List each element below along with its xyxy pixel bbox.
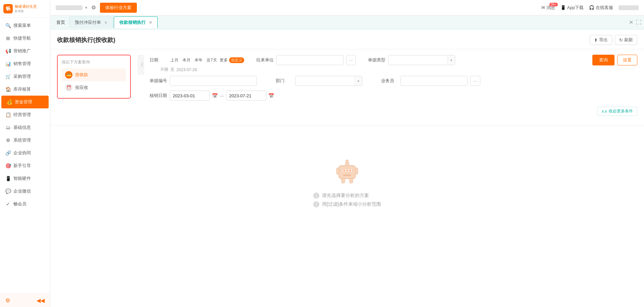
logo-text: 畅捷通好生意 [15, 4, 37, 9]
sidebar-item-purchase[interactable]: 🛒 采购管理 [0, 70, 50, 83]
collapse-sidebar-icon[interactable]: ◀◀ [37, 297, 45, 304]
page-title: 收款核销执行(按收款) [57, 36, 115, 44]
sidebar-item-quicknav[interactable]: ⊞ 快捷导航 [0, 32, 50, 45]
app-download-button[interactable]: 📱 App下载 [560, 5, 584, 11]
sidebar-item-member[interactable]: ✓ 畅会员 [0, 198, 50, 210]
filter-option-by-receivable[interactable]: ⏰ 按应收 [62, 81, 126, 94]
refresh-button[interactable]: ↻ 刷新 [615, 35, 637, 45]
sidebar-item-search[interactable]: 🔍 搜索菜单 [0, 19, 50, 32]
filter-option-by-receipt[interactable]: 💳 按收款 [62, 68, 126, 81]
dept-arrow-icon[interactable]: ▾ [355, 76, 362, 86]
solution-button[interactable]: 体验行业方案 [100, 3, 137, 13]
export-button[interactable]: ⬆ 导出 [590, 35, 612, 45]
filter-area: 按以下方案查询 💳 按收款 ⏰ 按应收 《 [50, 49, 644, 124]
date-no-limit-row: 不限 至 2023-07-26 [160, 67, 637, 72]
page-header: 收款核销执行(按收款) ⬆ 导出 ↻ 刷新 [50, 30, 644, 49]
sidebar-item-sales[interactable]: 📊 销售管理 [0, 57, 50, 70]
doctype-arrow-icon[interactable]: ▾ [447, 55, 455, 65]
filter-option-by-receipt-label: 按收款 [75, 72, 88, 78]
tab-prepay-close-icon[interactable]: ✕ [104, 20, 107, 25]
filter-collapse-button[interactable]: 《 [138, 55, 144, 75]
tab-prepay[interactable]: 预付冲应付单 ✕ [69, 16, 113, 28]
date-btn-lastmonth[interactable]: 上月 [169, 57, 180, 64]
tab-home[interactable]: 首页 [53, 17, 68, 28]
empty-hint-2: 2 用[过滤]条件来缩小分析范围 [313, 201, 381, 207]
sidebar-item-label: 企业微信 [13, 188, 31, 194]
sidebar-item-label: 智能硬件 [13, 175, 31, 182]
doctype-label: 单据类型 [368, 57, 385, 63]
docno-label: 单据编号 [150, 78, 167, 84]
sidebar-item-management[interactable]: 📋 经营管理 [0, 108, 50, 121]
filter-scheme-box: 按以下方案查询 💳 按收款 ⏰ 按应收 [57, 55, 131, 99]
empty-illustration [330, 154, 364, 187]
partner-ellipsis-button[interactable]: ··· [346, 55, 356, 65]
svg-point-3 [343, 169, 345, 171]
query-button[interactable]: 查询 [592, 55, 614, 65]
date-custom-badge[interactable]: 自定义 [229, 57, 244, 63]
sidebar-item-marketing[interactable]: 📢 营销推广 [0, 45, 50, 57]
doctype-input[interactable] [388, 56, 447, 64]
partner-field: 往来单位 ··· [256, 55, 356, 65]
partner-input[interactable] [276, 55, 343, 65]
date-value-label: 2023-07-26 [176, 67, 197, 72]
verify-date-end-calendar-icon[interactable]: 📅 [268, 93, 274, 98]
tab-receipts-label: 收款核销执行 [119, 19, 146, 25]
collab-icon: 🔗 [5, 150, 11, 156]
dept-select[interactable]: ▾ [295, 76, 362, 86]
date-btn-more[interactable]: 更多 [220, 57, 228, 63]
user-avatar[interactable] [619, 5, 639, 10]
sidebar-item-basic[interactable]: 🗂 基础信息 [0, 121, 50, 134]
staff-label: 业务员 [381, 78, 398, 84]
date-btn-thismonth[interactable]: 本月 [181, 57, 192, 64]
collapse-conditions-row: ∧∧ 收起更多条件 [150, 105, 637, 118]
docno-input[interactable] [170, 76, 257, 86]
sidebar-item-label: 经营管理 [13, 112, 31, 118]
svg-rect-0 [339, 165, 356, 179]
date-btn-7days[interactable]: 近7天 [205, 57, 218, 64]
date-field: 日期 上月 本月 本年 近7天 更多 自定义 [150, 57, 244, 64]
filter-box-title: 按以下方案查询 [62, 59, 126, 65]
docno-field: 单据编号 [150, 76, 257, 86]
hint-num-1: 1 [313, 193, 319, 199]
staff-input[interactable] [400, 76, 468, 86]
verify-date-start-calendar-icon[interactable]: 📅 [212, 93, 218, 98]
dept-input[interactable] [296, 77, 355, 85]
doctype-select[interactable]: ▾ [388, 55, 455, 65]
sidebar-item-collab[interactable]: 🔗 企业协同 [0, 147, 50, 159]
verify-date-end-input[interactable] [226, 91, 266, 101]
page-content: 收款核销执行(按收款) ⬆ 导出 ↻ 刷新 按以下方案查询 💳 [50, 30, 644, 307]
sidebar-nav: 🔍 搜索菜单 ⊞ 快捷导航 📢 营销推广 📊 销售管理 🛒 采购管理 🏠 库存核… [0, 18, 50, 294]
sidebar-item-inventory[interactable]: 🏠 库存核算 [0, 83, 50, 96]
message-button[interactable]: ✉ 消息 99+ [541, 5, 555, 11]
svg-point-7 [346, 160, 348, 162]
tab-receipts-close-icon[interactable]: ✕ [149, 20, 152, 25]
staff-ellipsis-button[interactable]: ··· [470, 76, 480, 86]
tab-expand-icon[interactable]: ⛶ [636, 19, 641, 25]
svg-rect-11 [350, 178, 353, 183]
quicknav-icon: ⊞ [5, 36, 11, 41]
sidebar-item-guide[interactable]: 🎯 新手引导 [0, 159, 50, 172]
sidebar-item-wxwork[interactable]: 💬 企业微信 [0, 185, 50, 198]
tab-receipts[interactable]: 收款核销执行 ✕ [114, 16, 158, 28]
sidebar-item-finance[interactable]: 💰 资金管理 [1, 96, 49, 108]
sidebar-item-label: 快捷导航 [13, 35, 31, 41]
tab-close-all-icon[interactable]: ✕ [629, 19, 633, 25]
collapse-conditions-button[interactable]: ∧∧ 收起更多条件 [597, 107, 637, 116]
chevron-down-icon: ▾ [85, 5, 87, 10]
topbar-gear-icon[interactable]: ⚙ [91, 4, 96, 11]
sidebar-item-hardware[interactable]: 📱 智能硬件 [0, 172, 50, 185]
app-download-label: App下载 [567, 5, 584, 11]
query-row-1: 日期 上月 本月 本年 近7天 更多 自定义 往来单位 [150, 55, 637, 65]
sidebar-item-system[interactable]: ⚙ 系统管理 [0, 134, 50, 147]
date-btn-thisyear[interactable]: 本年 [193, 57, 204, 64]
sidebar-item-label: 采购管理 [13, 73, 31, 80]
verify-date-label: 核销日期 [150, 93, 167, 99]
online-service-button[interactable]: 🎧 在线客服 [589, 5, 613, 11]
topbar-right: ✉ 消息 99+ 📱 App下载 🎧 在线客服 [541, 5, 639, 11]
verify-date-start-input[interactable] [170, 91, 210, 101]
hardware-icon: 📱 [5, 176, 11, 181]
settings-icon[interactable]: ⚙ [5, 297, 10, 304]
online-service-label: 在线客服 [596, 5, 613, 11]
sidebar-item-label: 基础信息 [13, 124, 31, 131]
settings-button[interactable]: 设置 [617, 55, 637, 65]
